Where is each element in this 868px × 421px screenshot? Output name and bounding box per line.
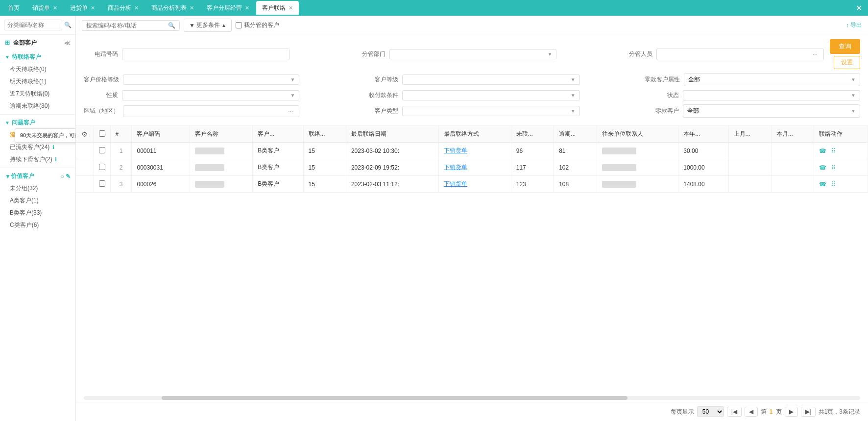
dept-select[interactable]: ▼ [389, 49, 557, 59]
person-more-icon[interactable]: ··· [811, 51, 820, 58]
row-check-cell[interactable] [94, 159, 110, 176]
query-button[interactable]: 查询 [830, 39, 860, 54]
sidebar-item-overdue[interactable]: 逾期未联络(30) [0, 100, 75, 112]
action-more-icon[interactable]: ⠿ [831, 164, 836, 171]
region-more-icon[interactable]: ··· [286, 108, 295, 115]
filter-search-input[interactable] [86, 22, 168, 29]
action-more-icon[interactable]: ⠿ [831, 148, 836, 154]
sidebar-section-problem[interactable]: ▼ 问题客户 90天未交易的客户，可能有流失风险。 [0, 117, 75, 129]
row-last-way[interactable]: 下销货单 [439, 176, 511, 193]
tab-goods-list-close[interactable]: ✕ [190, 5, 194, 11]
customer-type-select[interactable]: ▼ [402, 106, 579, 116]
row-action[interactable]: ☎ ⠿ [814, 159, 868, 176]
tab-purchase-close[interactable]: ✕ [91, 5, 95, 11]
person-select[interactable]: ··· [656, 49, 824, 60]
tab-sales[interactable]: 销货单 ✕ [26, 1, 63, 15]
filter-search-box[interactable]: 🔍 [82, 20, 180, 31]
action-contact-icon[interactable]: ☎ [819, 181, 826, 188]
th-last-month[interactable]: 上月... [728, 126, 771, 143]
prev-page-button[interactable]: ◀ [745, 407, 758, 417]
retail-customer-select[interactable]: 全部 ▼ [683, 104, 860, 118]
th-this-year[interactable]: 本年... [678, 126, 728, 143]
th-last-way[interactable]: 最后联络方式 [439, 126, 511, 143]
tab-customer-contact[interactable]: 客户联络 ✕ [256, 1, 299, 15]
row-check-cell[interactable] [94, 143, 110, 159]
th-settings[interactable]: ⚙ [76, 126, 94, 143]
region-select[interactable]: ··· [123, 105, 299, 117]
th-type[interactable]: 客户... [253, 126, 303, 143]
sidebar-item-churned[interactable]: 已流失客户(24) ℹ [0, 141, 75, 153]
value-section-icons[interactable]: ○ ✎ [60, 173, 71, 180]
export-button[interactable]: ↑ 导出 [846, 21, 862, 29]
row-check-cell[interactable] [94, 176, 110, 193]
tab-home[interactable]: 首页 [2, 1, 25, 15]
th-name[interactable]: 客户名称 [190, 126, 253, 143]
phone-input[interactable] [122, 49, 289, 60]
tab-goods-analysis-close[interactable]: ✕ [134, 5, 139, 11]
row-checkbox[interactable] [99, 164, 105, 170]
tab-purchase[interactable]: 进货单 ✕ [64, 1, 101, 15]
th-overdue[interactable]: 逾期... [554, 126, 597, 143]
row-checkbox[interactable] [99, 147, 105, 153]
next-page-button[interactable]: ▶ [785, 407, 798, 417]
sidebar-item-7days[interactable]: 近7天待联络(0) [0, 88, 75, 100]
tab-goods-analysis[interactable]: 商品分析 ✕ [102, 1, 145, 15]
last-way-link[interactable]: 下销货单 [444, 164, 467, 171]
first-page-button[interactable]: |◀ [727, 407, 742, 417]
th-this-month[interactable]: 本月... [771, 126, 814, 143]
th-check[interactable] [94, 126, 110, 143]
customer-grade-select[interactable]: ▼ [402, 74, 579, 85]
sidebar-section-value[interactable]: ▼ 价值客户 ○ ✎ [0, 170, 75, 182]
last-way-link[interactable]: 下销货单 [444, 180, 467, 187]
row-action[interactable]: ☎ ⠿ [814, 176, 868, 193]
window-close-button[interactable]: ✕ [852, 3, 866, 13]
sidebar-item-today[interactable]: 今天待联络(0) [0, 63, 75, 75]
per-page-select[interactable]: 50 20 100 [697, 406, 724, 417]
sidebar-item-class-a[interactable]: A类客户(1) [0, 195, 75, 207]
payment-select[interactable]: ▼ [402, 90, 579, 100]
horizontal-scrollbar[interactable] [84, 396, 860, 400]
tab-customer-contact-close[interactable]: ✕ [289, 5, 293, 11]
row-last-way[interactable]: 下销货单 [439, 159, 511, 176]
settings-button[interactable]: 设置 [834, 56, 860, 69]
th-company-contact[interactable]: 往来单位联系人 [597, 126, 678, 143]
tab-customer-tier-close[interactable]: ✕ [245, 5, 249, 11]
table-settings-icon[interactable]: ⚙ [81, 130, 88, 138]
tab-sales-close[interactable]: ✕ [53, 5, 57, 11]
status-select[interactable]: ▼ [683, 90, 860, 100]
tab-customer-tier[interactable]: 客户分层经营 ✕ [201, 1, 255, 15]
last-way-link[interactable]: 下销货单 [444, 147, 467, 154]
sidebar-section-pending[interactable]: ▼ 待联络客户 [0, 51, 75, 63]
sidebar-search-icon[interactable]: 🔍 [64, 22, 72, 28]
sidebar: 🔍 ⊞ 全部客户 ≪ ▼ 待联络客户 今天待联络(0) 明天待联络(1) 近7天… [0, 16, 76, 421]
sidebar-all-customers[interactable]: ⊞ 全部客户 ≪ [0, 35, 75, 51]
tab-goods-list[interactable]: 商品分析列表 ✕ [145, 1, 200, 15]
price-grade-select[interactable]: ▼ [123, 74, 299, 85]
sidebar-collapse-icon[interactable]: ≪ [64, 40, 71, 47]
my-customers-checkbox[interactable] [236, 22, 242, 28]
th-last-date[interactable]: 最后联络日期 [346, 126, 438, 143]
sidebar-item-class-c[interactable]: C类客户(6) [0, 219, 75, 231]
retail-attr-select[interactable]: 全部 ▼ [684, 73, 860, 86]
row-last-way[interactable]: 下销货单 [439, 143, 511, 159]
gender-select[interactable]: ▼ [122, 90, 299, 100]
more-conditions-button[interactable]: ▼ 更多条件 ▲ [184, 19, 232, 32]
sidebar-search-input[interactable] [4, 20, 62, 30]
sidebar-item-tomorrow[interactable]: 明天待联络(1) [0, 75, 75, 88]
filter-search-icon[interactable]: 🔍 [168, 22, 175, 29]
th-contact[interactable]: 联络... [303, 126, 346, 143]
sidebar-item-class-b[interactable]: B类客户(33) [0, 207, 75, 219]
select-all-checkbox[interactable] [99, 130, 105, 137]
sidebar-item-declining[interactable]: 持续下滑客户(2) ℹ [0, 153, 75, 166]
action-more-icon[interactable]: ⠿ [831, 181, 836, 188]
last-page-button[interactable]: ▶| [801, 407, 816, 417]
action-contact-icon[interactable]: ☎ [819, 164, 826, 171]
scrollbar-thumb[interactable] [162, 396, 627, 400]
row-action[interactable]: ☎ ⠿ [814, 143, 868, 159]
row-checkbox[interactable] [99, 180, 105, 187]
sidebar-item-unclassified[interactable]: 未分组(32) [0, 182, 75, 195]
my-customers-checkbox-label[interactable]: 我分管的客户 [236, 21, 279, 29]
action-contact-icon[interactable]: ☎ [819, 148, 826, 154]
th-not-contacted[interactable]: 未联... [511, 126, 554, 143]
th-code[interactable]: 客户编码 [132, 126, 190, 143]
